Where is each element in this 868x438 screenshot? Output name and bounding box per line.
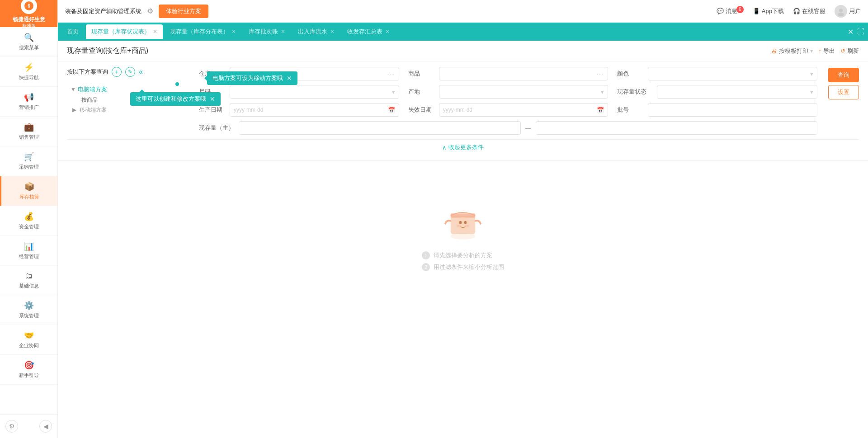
filter-header: 按以下方案查询 + ✎ « (67, 67, 193, 77)
color-arrow: ▾ (810, 71, 813, 77)
enterprise-icon: 🤝 (24, 330, 34, 340)
print-button[interactable]: 🖨 按模板打印 ▾ (771, 47, 813, 55)
origin-label: 产地 (408, 88, 435, 96)
svg-point-3 (838, 13, 844, 16)
tab-stock-status-close[interactable]: ✕ (153, 28, 157, 35)
tab-stock-status[interactable]: 现存量（库存状况表） ✕ (86, 24, 163, 39)
production-date-input[interactable]: yyyy-mm-dd 📅 (230, 103, 399, 117)
tab-stock-dist-label: 现存量（库存分布表） (170, 28, 229, 36)
tab-fullscreen-icon[interactable]: ⛶ (857, 28, 864, 36)
sidebar-label-basic: 基础信息 (19, 283, 39, 289)
sidebar-item-enterprise[interactable]: 🤝 企业协同 (0, 325, 57, 355)
batch-no-input[interactable] (648, 103, 817, 117)
svg-point-11 (466, 225, 469, 227)
svg-point-9 (464, 221, 467, 224)
sidebar-item-system[interactable]: ⚙️ 系统管理 (0, 295, 57, 325)
tab-receive-summary[interactable]: 收发存汇总表 ✕ (342, 24, 395, 39)
expiry-date-input[interactable]: yyyy-mm-dd 📅 (439, 103, 609, 117)
stock-status-select[interactable]: ▾ (657, 85, 817, 99)
tab-batch-ledger-close[interactable]: ✕ (281, 28, 285, 35)
online-service-item[interactable]: 🎧 在线客服 (793, 7, 826, 15)
export-label: 导出 (823, 47, 835, 55)
print-dropdown-icon: ▾ (810, 47, 813, 54)
top-header: 装备及固定资产辅助管理系统 ⚙ 体验行业方案 💬 消息 6 📱 App下载 🎧 … (58, 0, 868, 23)
goods-field: 商品 ··· (408, 67, 609, 80)
trial-button[interactable]: 体验行业方案 (159, 5, 208, 18)
notification-item[interactable]: 💬 消息 6 (717, 7, 744, 15)
sidebar-item-purchase[interactable]: 🛒 采购管理 (0, 146, 57, 176)
pc-scheme-toggle[interactable]: ▼ (71, 86, 76, 93)
tab-close-all-icon[interactable]: ✕ (848, 28, 854, 36)
stock-main-max-input[interactable] (536, 121, 818, 135)
production-date-label: 生产日期 (199, 106, 226, 114)
settings-button[interactable]: ⚙ (5, 420, 18, 433)
mobile-scheme-label: 移动端方案 (80, 107, 107, 113)
app-download-item[interactable]: 📱 App下载 (753, 7, 784, 15)
goods-label: 商品 (408, 70, 435, 78)
color-select[interactable]: ▾ (648, 67, 817, 80)
mobile-toggle[interactable]: ▶ (72, 107, 76, 113)
collapse-bar[interactable]: ∧ 收起更多条件 (67, 139, 859, 155)
sidebar-item-search[interactable]: 🔍 搜索菜单 (0, 27, 57, 57)
svg-point-2 (839, 9, 843, 12)
filter-add-button[interactable]: + (112, 67, 122, 77)
sidebar-label-quick-nav: 快捷导航 (19, 74, 39, 81)
page-content: 现存量查询(按仓库+商品) 🖨 按模板打印 ▾ ↑ 导出 ↺ 刷新 (58, 41, 868, 438)
warehouse-dots: ··· (387, 71, 395, 77)
tab-home[interactable]: 首页 (61, 24, 84, 39)
notification-icon: 💬 (717, 8, 724, 14)
refresh-button[interactable]: ↺ 刷新 (840, 47, 859, 55)
origin-select[interactable]: ▾ (439, 85, 609, 99)
sidebar-bottom: ⚙ ◀ (0, 414, 57, 438)
tab-receive-summary-close[interactable]: ✕ (385, 28, 390, 35)
sidebar-item-basic[interactable]: 🗂 基础信息 (0, 266, 57, 295)
user-item[interactable]: 用户 (835, 5, 861, 18)
query-actions: 查询 设置 (828, 68, 859, 99)
production-date-field: 生产日期 yyyy-mm-dd 📅 (199, 103, 399, 117)
edit-tooltip-close[interactable]: ✕ (210, 95, 215, 103)
sidebar-item-stock[interactable]: 📦 库存核算 (0, 176, 57, 206)
main-content: 装备及固定资产辅助管理系统 ⚙ 体验行业方案 💬 消息 6 📱 App下载 🎧 … (58, 0, 868, 438)
svg-point-7 (456, 217, 469, 231)
size-select[interactable]: ▾ (230, 85, 399, 99)
scheme-tooltip-close[interactable]: ✕ (287, 75, 292, 82)
svg-point-10 (457, 225, 460, 227)
reset-button[interactable]: 设置 (828, 85, 859, 99)
tab-stock-dist[interactable]: 现存量（库存分布表） ✕ (165, 24, 241, 39)
size-field: 尺码 ▾ (199, 85, 399, 99)
tab-batch-ledger[interactable]: 库存批次账 ✕ (243, 24, 291, 39)
tab-bar-actions: ✕ ⛶ (848, 28, 864, 36)
expiry-date-placeholder: yyyy-mm-dd (443, 107, 472, 113)
tab-inout-flow[interactable]: 出入库流水 ✕ (292, 24, 340, 39)
sidebar-item-finance[interactable]: 💰 资金管理 (0, 206, 57, 236)
sidebar-label-search: 搜索菜单 (19, 44, 39, 51)
sidebar-item-quick-nav[interactable]: ⚡ 快捷导航 (0, 57, 57, 87)
export-button[interactable]: ↑ 导出 (819, 47, 835, 55)
avatar (835, 5, 847, 18)
sidebar-item-marketing[interactable]: 📢 营销推广 (0, 87, 57, 117)
query-button[interactable]: 查询 (828, 68, 859, 82)
tab-stock-dist-close[interactable]: ✕ (231, 28, 236, 35)
page-header-actions: 🖨 按模板打印 ▾ ↑ 导出 ↺ 刷新 (771, 47, 859, 55)
filter-arrow-button[interactable]: « (139, 68, 143, 76)
tab-inout-flow-close[interactable]: ✕ (330, 28, 335, 35)
filter-edit-button[interactable]: ✎ (125, 67, 135, 77)
sidebar-item-operation[interactable]: 📊 经营管理 (0, 236, 57, 266)
settings-icon[interactable]: ⚙ (147, 7, 153, 15)
sidebar: 6 畅捷通好生意 标准版 🔍 搜索菜单 ⚡ 快捷导航 📢 营销推广 💼 销售管理… (0, 0, 58, 438)
sidebar-item-sales[interactable]: 💼 销售管理 (0, 117, 57, 146)
stock-status-field: 现存量状态 ▾ (617, 85, 817, 99)
filter-row-4: 现存量（主） — (199, 121, 817, 135)
filter-row-2: 尺码 ▾ 产地 ▾ (199, 85, 817, 99)
edit-tooltip-text: 这里可以创建和修改方案哦 (136, 95, 206, 103)
collapse-button[interactable]: ◀ (39, 420, 52, 433)
size-arrow: ▾ (392, 89, 395, 95)
origin-field: 产地 ▾ (408, 85, 609, 99)
export-icon: ↑ (819, 47, 822, 54)
goods-input[interactable]: ··· (439, 67, 609, 80)
sidebar-item-guide[interactable]: 🎯 新手引导 (0, 355, 57, 385)
user-label: 用户 (849, 7, 861, 15)
stock-icon: 📦 (24, 182, 34, 192)
tab-stock-status-label: 现存量（库存状况表） (91, 28, 150, 36)
stock-main-min-input[interactable] (239, 121, 521, 135)
